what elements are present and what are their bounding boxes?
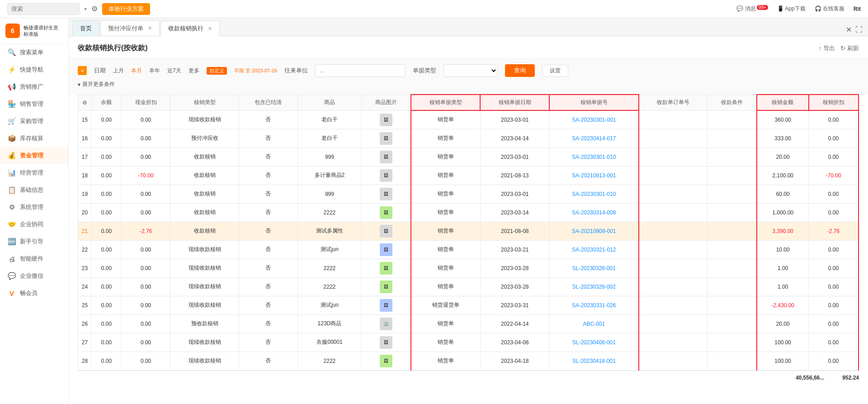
filter-toggle-button[interactable]: » [78, 66, 87, 75]
sidebar-item-finance[interactable]: 💰 资金管理 [0, 147, 68, 164]
smarthw-icon: 🖨 [7, 255, 16, 263]
system-icon: ⚙ [7, 203, 16, 211]
date-last-month[interactable]: 上月 [113, 67, 124, 75]
export-icon: ↑ [819, 45, 822, 52]
quicknav-icon: ⚡ [7, 66, 16, 74]
sidebar-logo: 6 畅捷通谱好生意 标准版 [0, 18, 68, 44]
app-layout: 6 畅捷通谱好生意 标准版 🔍 搜索菜单 ⚡ 快捷导航 📢 营销推广 🏪 销售管… [0, 18, 868, 404]
guide-icon: 🆕 [7, 238, 16, 246]
tab-prepay-close[interactable]: ✕ [148, 25, 152, 31]
purchase-icon: 🛒 [7, 117, 16, 125]
marketing-icon: 📢 [7, 83, 16, 91]
table-row: 150.000.00现续收款核销否老白干🖼销货单2023-03-01SA-202… [78, 110, 859, 129]
table-footer: 40,556,66... 952.24 [78, 371, 859, 385]
table-area: ⚙ 余额 现金折扣 核销类型 包含已结清 商品 商品图片 核销单据类型 核销单据… [69, 94, 868, 394]
table-row: 280.000.00现续收款核销否2222🖼销货单2023-04-18SL-20… [78, 352, 859, 370]
tab-receipt-cancel-close[interactable]: ✕ [208, 26, 212, 32]
sidebar-item-purchase[interactable]: 🛒 采购管理 [0, 113, 68, 130]
gear-icon[interactable]: ⚙ [91, 5, 98, 13]
date-more[interactable]: 更多 [189, 67, 199, 75]
th-cancel-amount: 核销金额 [757, 95, 808, 110]
main-content: 首页 预付冲应付单 ✕ 收款核销执行 ✕ ✕ ⛶ 收款核销执行(按收款) [69, 18, 868, 404]
refresh-button[interactable]: ↻ 刷新 [840, 44, 859, 52]
table-row: 170.000.00收款核销否999🖼销货单2023-03-01SA-20230… [78, 147, 859, 166]
logo-text: 畅捷通谱好生意 标准版 [24, 24, 58, 38]
sidebar-item-smarthw[interactable]: 🖨 智能硬件 [0, 250, 68, 267]
main-table: ⚙ 余额 现金折扣 核销类型 包含已结清 商品 商品图片 核销单据类型 核销单据… [78, 94, 859, 371]
solution-button[interactable]: 体验行业方案 [102, 3, 150, 15]
date-7days[interactable]: 近7天 [167, 67, 181, 75]
table-row: 180.00-70.00收款核销否多计量商品2🖼销货单2021-08-13SA-… [78, 166, 859, 185]
sidebar-item-wechat[interactable]: 💬 企业微信 [0, 267, 68, 285]
search-input[interactable] [7, 3, 80, 15]
online-service-button[interactable]: 🎧 在线客服 [815, 5, 844, 13]
th-goods: 商品 [297, 95, 362, 110]
table-row: 260.000.00预收款核销否123D商品🏢销货单2022-04-14ABC-… [78, 314, 859, 333]
dropdown-arrow[interactable]: ▾ [84, 6, 87, 12]
tab-prepay[interactable]: 预付冲应付单 ✕ [100, 20, 160, 36]
sidebar-item-system[interactable]: ⚙ 系统管理 [0, 199, 68, 216]
sidebar-item-sales[interactable]: 🏪 销售管理 [0, 95, 68, 113]
page-area: 收款核销执行(按收款) ↑ 导出 ↻ 刷新 » 日期 上月 [69, 36, 868, 404]
tab-bar: 首页 预付冲应付单 ✕ 收款核销执行 ✕ ✕ ⛶ [69, 18, 868, 36]
table-row: 200.000.00收款核销否2222🖼销货单2023-03-14SA-2023… [78, 203, 859, 222]
table-row: 160.000.00预付冲应收否老白干🖼销货单2023-04-14SA-2023… [78, 129, 859, 147]
partner-input[interactable] [315, 64, 406, 77]
sidebar-item-search[interactable]: 🔍 搜索菜单 [0, 44, 68, 61]
sidebar: 6 畅捷通谱好生意 标准版 🔍 搜索菜单 ⚡ 快捷导航 📢 营销推广 🏪 销售管… [0, 18, 69, 404]
expand-icon: ▾ [78, 81, 80, 88]
filter-row-1: » 日期 上月 本月 本年 近7天 更多 自定义 不限 至 2023-07-26… [78, 64, 859, 77]
sidebar-item-quicknav[interactable]: ⚡ 快捷导航 [0, 61, 68, 78]
date-range-hint: 不限 至 2023-07-26 [234, 67, 277, 74]
th-receipt-condition: 收款条件 [708, 95, 757, 110]
top-bar: ▾ ⚙ 体验行业方案 💬 消息99+ 📱 App下载 🎧 在线客服 Rit [0, 0, 868, 18]
sidebar-item-marketing[interactable]: 📢 营销推广 [0, 78, 68, 95]
table-row: 210.00-2.76收款核销否测试多属性🖼销货单2021-08-08SA-20… [78, 222, 859, 240]
messages-button[interactable]: 💬 消息99+ [736, 5, 768, 13]
th-gear[interactable]: ⚙ [78, 95, 92, 110]
voucher-type-select[interactable] [443, 64, 498, 77]
operations-icon: 📊 [7, 169, 16, 177]
date-this-month[interactable]: 本月 [131, 67, 142, 75]
expand-conditions-button[interactable]: ▾ 展开更多条件 [78, 81, 859, 88]
th-include-settled: 包含已结清 [239, 95, 297, 110]
search-menu-icon: 🔍 [7, 48, 16, 57]
sidebar-item-enterprise[interactable]: 🤝 企业协同 [0, 216, 68, 233]
sidebar-item-operations[interactable]: 📊 经营管理 [0, 164, 68, 181]
table-row: 190.000.00收款核销否999🖼销货单2023-03-01SA-20230… [78, 185, 859, 203]
th-cancel-type: 核销类型 [170, 95, 239, 110]
th-cancel-date: 核销单据日期 [480, 95, 549, 110]
table-row: 240.000.00现续收款核销否2222🖼销货单2023-03-28SL-20… [78, 277, 859, 296]
sidebar-item-inventory[interactable]: 📦 库存核算 [0, 130, 68, 147]
query-button[interactable]: 查询 [505, 64, 535, 77]
messages-badge: 99+ [757, 5, 768, 10]
user-name: Rit [854, 6, 861, 12]
th-cash-discount: 现金折扣 [121, 95, 170, 110]
partner-filter-label: 往来单位 [284, 67, 308, 75]
tab-receipt-cancel[interactable]: 收款核销执行 ✕ [160, 21, 220, 36]
date-this-year[interactable]: 本年 [149, 67, 160, 75]
tab-fullscreen-icon[interactable]: ⛶ [855, 26, 863, 34]
th-cancel-voucher-type: 核销单据类型 [411, 95, 480, 110]
settings-button[interactable]: 设置 [542, 65, 568, 77]
date-custom-button[interactable]: 自定义 [207, 67, 227, 75]
th-cancel-no: 核销单据号 [549, 95, 638, 110]
tab-bar-actions: ✕ ⛶ [846, 25, 868, 36]
total-discount: 952.24 [842, 375, 859, 381]
page-header-actions: ↑ 导出 ↻ 刷新 [819, 44, 859, 52]
sidebar-item-guide[interactable]: 🆕 新手引导 [0, 233, 68, 250]
date-filter-label: 日期 [94, 67, 106, 75]
table-body: 150.000.00现续收款核销否老白干🖼销货单2023-03-01SA-202… [78, 110, 859, 370]
table-row: 230.000.00现续收款核销否2222🖼销货单2023-03-28SL-20… [78, 259, 859, 277]
sidebar-item-vip[interactable]: V 畅会员 [0, 285, 68, 302]
th-goods-image: 商品图片 [362, 95, 411, 110]
sales-icon: 🏪 [7, 100, 16, 108]
sidebar-item-basics[interactable]: 📋 基础信息 [0, 181, 68, 199]
export-button[interactable]: ↑ 导出 [819, 44, 835, 52]
app-download-button[interactable]: 📱 App下载 [777, 5, 806, 13]
tab-close-all-icon[interactable]: ✕ [846, 25, 852, 34]
expand-more-row: ▾ 展开更多条件 [78, 81, 859, 88]
tab-home[interactable]: 首页 [72, 20, 99, 36]
th-cancel-discount: 核销折扣 [809, 95, 859, 110]
th-balance: 余额 [92, 95, 122, 110]
